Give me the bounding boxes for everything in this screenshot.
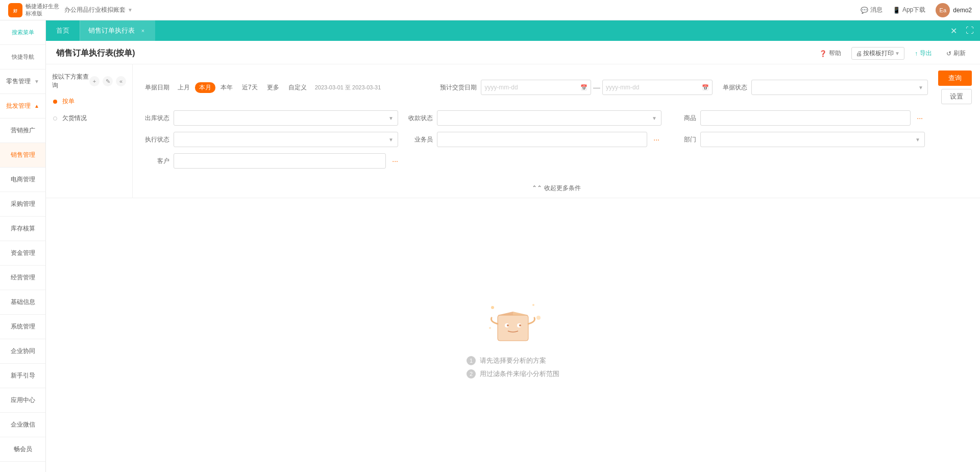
filter-item-status: 单据状态 ▼	[719, 80, 928, 95]
app-download-button[interactable]: 📱 App下载	[893, 6, 925, 14]
tab-close-button[interactable]: ×	[139, 27, 147, 35]
svg-text:好: 好	[13, 9, 18, 13]
chevron-down-icon: ▼	[918, 85, 923, 90]
sidebar-item-quick-nav[interactable]: 快捷导航	[0, 45, 45, 69]
active-dot-icon	[53, 100, 57, 104]
date-tab-custom[interactable]: 自定义	[284, 82, 311, 93]
collapse-more-button[interactable]: ⌃⌃ 收起更多条件	[133, 181, 980, 198]
sidebar-item-label: 基础信息	[11, 298, 35, 306]
product-more-button[interactable]: ···	[915, 114, 925, 122]
filter-row-2: 出库状态 ▼ 收款状态	[141, 110, 972, 126]
scheme-item-order[interactable]: 按单	[46, 93, 132, 110]
tab-expand-button[interactable]: ⛶	[964, 25, 976, 37]
message-button[interactable]: 💬 消息	[861, 6, 883, 14]
collapse-sidebar-button[interactable]: «	[116, 76, 126, 86]
expected-date-range: yyyy-mm-dd 📅 — yyyy-mm-dd 📅	[481, 80, 712, 95]
help-button[interactable]: ❓ 帮助	[815, 47, 845, 60]
sidebar-item-retail[interactable]: 零售管理 ▼	[0, 69, 45, 94]
status-label: 单据状态	[719, 83, 747, 92]
delivery-status-select[interactable]: ▼	[174, 110, 398, 126]
tab-home[interactable]: 首页	[46, 20, 80, 41]
search-actions: 查询 设置	[934, 70, 972, 104]
dept-select[interactable]: ▼	[700, 132, 925, 147]
salesperson-input[interactable]	[437, 132, 647, 147]
sidebar-item-wechat[interactable]: 企业微信	[0, 413, 45, 437]
sidebar-item-label: 批发管理	[6, 102, 31, 110]
sidebar-item-purchase[interactable]: 采购管理	[0, 192, 45, 217]
date-tab-last-month[interactable]: 上月	[174, 82, 194, 93]
sidebar-item-system[interactable]: 系统管理	[0, 315, 45, 339]
date-range-hint: 2023-03-01 至 2023-03-31	[315, 84, 381, 91]
sidebar-item-search[interactable]: 搜索菜单	[0, 20, 45, 45]
svg-point-7	[519, 324, 521, 326]
date-tabs: 上月 本月 本年 近7天 更多 自定义	[174, 82, 311, 93]
sidebar-item-label: 零售管理	[6, 77, 31, 86]
salesperson-more-button[interactable]: ···	[651, 135, 662, 144]
chevron-down-icon: ▼	[128, 7, 133, 13]
filter-sidebar-actions: + ✎ «	[89, 76, 126, 86]
right-panel: 首页 销售订单执行表 × ✕ ⛶ 销售订单执行表(按单) ❓	[46, 20, 980, 472]
payment-status-select[interactable]: ▼	[437, 110, 662, 126]
filter-row-3: 执行状态 ▼ 业务员 ···	[141, 132, 972, 147]
sidebar-item-basic-info[interactable]: 基础信息	[0, 290, 45, 315]
sidebar-item-label: 企业协同	[11, 347, 35, 356]
exec-status-select[interactable]: ▼	[174, 132, 398, 147]
date-tab-7days[interactable]: 近7天	[238, 82, 262, 93]
download-icon: 📱	[893, 7, 900, 14]
scheme-item-backorder[interactable]: 欠货情况	[46, 110, 132, 127]
logo-area: 好 畅捷通好生意 标准版	[8, 3, 59, 17]
chevron-down-icon: ▼	[915, 137, 920, 143]
date-tab-more[interactable]: 更多	[263, 82, 283, 93]
filter-content-wrapper: 单据日期 上月 本月 本年 近7天 更多 自定义	[133, 64, 980, 198]
status-select[interactable]: ▼	[751, 80, 928, 95]
settings-button[interactable]: 设置	[941, 89, 972, 104]
user-name: demo2	[953, 7, 972, 14]
empty-tip-1: 1 请先选择要分析的方案	[467, 356, 559, 365]
filter-sidebar-header: 按以下方案查询 + ✎ «	[46, 69, 132, 93]
date-tab-this-month[interactable]: 本月	[195, 82, 215, 93]
expected-date-to-input[interactable]: yyyy-mm-dd 📅	[602, 80, 713, 95]
sidebar-item-label: 采购管理	[11, 200, 35, 208]
filter-item-delivery-status: 出库状态 ▼	[141, 110, 398, 126]
print-template-button[interactable]: 🖨 按模板打印 ▼	[851, 47, 904, 60]
tab-sales-execution[interactable]: 销售订单执行表 ×	[80, 20, 155, 41]
sidebar-item-collab[interactable]: 企业协同	[0, 339, 45, 364]
sidebar-item-label: 新手引导	[11, 371, 35, 380]
sidebar-item-vip[interactable]: 畅会员	[0, 437, 45, 462]
sidebar-item-apps[interactable]: 应用中心	[0, 388, 45, 413]
refresh-button[interactable]: ↺ 刷新	[942, 47, 970, 60]
sidebar-item-guide[interactable]: 新手引导	[0, 364, 45, 388]
tab-bar: 首页 销售订单执行表 × ✕ ⛶	[46, 20, 980, 41]
customer-more-button[interactable]: ···	[390, 157, 400, 165]
sidebar-item-marketing[interactable]: 营销推广	[0, 119, 45, 143]
search-button[interactable]: 查询	[938, 70, 972, 86]
page-header: 销售订单执行表(按单) ❓ 帮助 🖨 按模板打印 ▼ ↑	[46, 41, 980, 64]
sidebar-item-inventory[interactable]: 库存核算	[0, 217, 45, 241]
customer-input[interactable]	[174, 153, 386, 169]
company-selector[interactable]: 办公用品行业模拟账套 ▼	[64, 6, 133, 14]
empty-tip-2: 2 用过滤条件来缩小分析范围	[467, 369, 559, 379]
logo-text: 畅捷通好生意 标准版	[26, 3, 59, 16]
exec-status-label: 执行状态	[141, 135, 169, 144]
svg-point-10	[536, 316, 541, 320]
product-input[interactable]	[700, 110, 911, 126]
date-separator: —	[593, 83, 600, 91]
sidebar-item-label: 系统管理	[11, 322, 35, 331]
message-icon: 💬	[861, 7, 868, 14]
tip-num-2: 2	[467, 369, 476, 379]
edit-scheme-button[interactable]: ✎	[103, 76, 113, 86]
sidebar-item-ecommerce[interactable]: 电商管理	[0, 168, 45, 192]
sidebar-item-wholesale[interactable]: 批发管理 ▲	[0, 94, 45, 119]
sidebar-item-label: 经营管理	[11, 273, 35, 282]
add-scheme-button[interactable]: +	[89, 76, 100, 86]
tab-close-all-button[interactable]: ✕	[947, 25, 960, 37]
sidebar-item-sales[interactable]: 销售管理	[0, 143, 45, 168]
sidebar-item-finance[interactable]: 资金管理	[0, 241, 45, 266]
expected-date-from-input[interactable]: yyyy-mm-dd 📅	[481, 80, 591, 95]
empty-state: 1 请先选择要分析的方案 2 用过滤条件来缩小分析范围	[46, 198, 980, 472]
chevron-right-icon: ▼	[34, 79, 39, 84]
export-button[interactable]: ↑ 导出	[911, 47, 936, 60]
sidebar-item-operations[interactable]: 经营管理	[0, 266, 45, 290]
date-tab-this-year[interactable]: 本年	[216, 82, 237, 93]
user-area[interactable]: Ea demo2	[936, 3, 972, 17]
